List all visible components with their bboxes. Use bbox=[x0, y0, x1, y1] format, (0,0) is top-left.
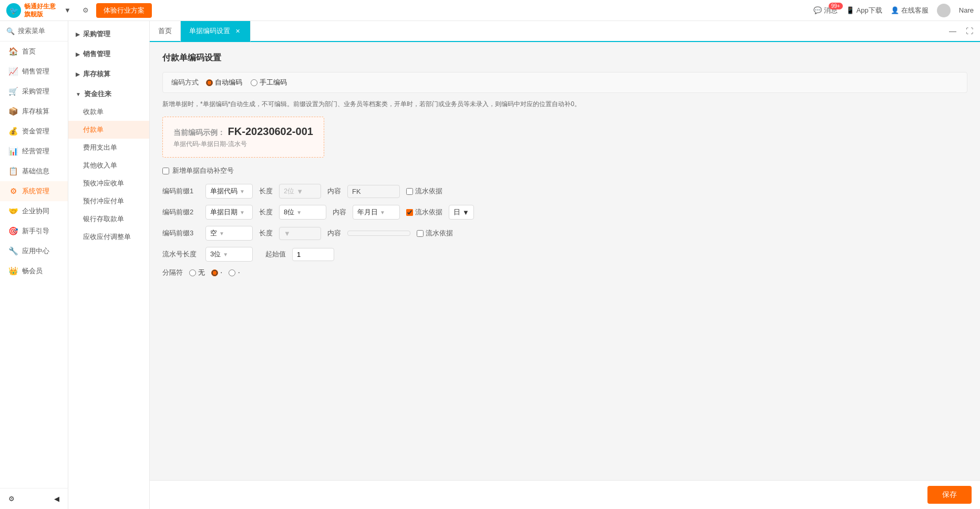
prefix3-stream-check[interactable] bbox=[417, 230, 424, 237]
prefix1-value: 单据代码 bbox=[210, 186, 238, 196]
tab-minimize-btn[interactable]: — bbox=[946, 25, 959, 37]
sidebar-item-member[interactable]: 👑 畅会员 bbox=[0, 261, 68, 281]
purchase-icon: 🛒 bbox=[8, 87, 18, 96]
tab-maximize-btn[interactable]: ⛶ bbox=[963, 25, 976, 37]
prefix2-content-select[interactable]: 年月日 ▼ bbox=[353, 205, 400, 220]
separator-row: 分隔符 无 · · bbox=[162, 268, 967, 277]
sidebar-item-operations[interactable]: 📊 经营管理 bbox=[0, 141, 68, 161]
sidebar-item-guide[interactable]: 🎯 新手引导 bbox=[0, 221, 68, 241]
sidebar-item-purchase[interactable]: 🛒 采购管理 bbox=[0, 81, 68, 101]
sidebar-label-purchase: 采购管理 bbox=[22, 87, 49, 96]
prefix1-stream-checkbox: 流水依据 bbox=[406, 186, 442, 196]
sub-item-other-income-label: 其他收入单 bbox=[83, 161, 117, 169]
sales-icon: 📈 bbox=[8, 67, 18, 76]
prefix2-content-value: 年月日 bbox=[357, 207, 378, 217]
sidebar-item-basic[interactable]: 📋 基础信息 bbox=[0, 161, 68, 181]
logo-text: 畅通好生意 旗舰版 bbox=[24, 3, 56, 18]
manual-encoding-label: 手工编码 bbox=[260, 78, 287, 87]
auto-encoding-label: 自动编码 bbox=[215, 78, 242, 87]
prefix2-content-label: 内容 bbox=[333, 207, 346, 217]
auto-complete-checkbox[interactable] bbox=[162, 168, 169, 174]
sub-item-expense[interactable]: 费用支出单 bbox=[68, 139, 149, 157]
prefix2-stream-check[interactable] bbox=[406, 209, 413, 216]
layout: 🔍 搜索菜单 🏠 首页 📈 销售管理 🛒 采购管理 📦 库存核算 💰 bbox=[0, 0, 980, 509]
app-logo: 🐦 畅通好生意 旗舰版 bbox=[6, 3, 56, 18]
prefix2-day-select[interactable]: 日 ▼ bbox=[449, 205, 474, 220]
sub-group-inventory-header[interactable]: ▶ 库存核算 bbox=[68, 65, 149, 83]
home-icon: 🏠 bbox=[8, 47, 18, 56]
inventory-icon: 📦 bbox=[8, 107, 18, 116]
sub-group-capital-header[interactable]: ▼ 资金往来 bbox=[68, 85, 149, 103]
sub-item-advance-payment[interactable]: 预付冲应付单 bbox=[68, 192, 149, 210]
sidebar-item-home[interactable]: 🏠 首页 bbox=[0, 41, 68, 61]
separator-none-option[interactable]: 无 bbox=[189, 268, 205, 277]
sub-item-receipt[interactable]: 收款单 bbox=[68, 103, 149, 121]
settings-section: 编码前缀1 单据代码 ▼ 长度 2位 ▼ 内容 FK bbox=[162, 184, 967, 277]
sub-item-advance-receipt[interactable]: 预收冲应收单 bbox=[68, 174, 149, 192]
prefix1-label: 编码前缀1 bbox=[162, 186, 199, 196]
sub-item-other-income[interactable]: 其他收入单 bbox=[68, 157, 149, 174]
sub-item-advance-receipt-label: 预收冲应收单 bbox=[83, 179, 124, 187]
sidebar-item-sales[interactable]: 📈 销售管理 bbox=[0, 61, 68, 81]
sub-item-bank-deposit[interactable]: 银行存取款单 bbox=[68, 210, 149, 228]
prefix1-stream-check[interactable] bbox=[406, 188, 413, 195]
separator-none-radio[interactable] bbox=[189, 269, 196, 276]
sidebar-item-system[interactable]: ⚙ 系统管理 bbox=[0, 181, 68, 201]
chevron-right-icon: ▶ bbox=[76, 32, 80, 37]
dropdown-icon: ▼ bbox=[64, 6, 71, 14]
separator-dot-radio[interactable] bbox=[229, 269, 235, 276]
tab-encoding[interactable]: 单据编码设置 ✕ bbox=[181, 21, 251, 41]
sidebar-item-partner[interactable]: 🤝 企业协同 bbox=[0, 201, 68, 221]
footer-collapse-icon[interactable]: ◀ bbox=[54, 495, 59, 503]
manual-encoding-option[interactable]: 手工编码 bbox=[251, 78, 287, 87]
main-content: 首页 单据编码设置 ✕ — ⛶ 付款单编码设置 编码方式 自动编码 bbox=[150, 21, 980, 509]
prefix2-length-label: 长度 bbox=[259, 207, 273, 217]
sub-sidebar: ▶ 采购管理 ▶ 销售管理 ▶ 库存核算 ▼ 资金往来 收款单 bbox=[68, 21, 150, 509]
separator-none-label: 无 bbox=[198, 268, 205, 277]
prefix2-length-control[interactable]: 8位 ▼ bbox=[279, 205, 326, 220]
search-icon: 🔍 bbox=[6, 27, 15, 35]
manual-encoding-radio[interactable] bbox=[251, 79, 257, 86]
prefix3-select[interactable]: 空 ▼ bbox=[205, 226, 253, 241]
sidebar-item-inventory[interactable]: 📦 库存核算 bbox=[0, 101, 68, 121]
tab-close-icon[interactable]: ✕ bbox=[233, 27, 242, 35]
serial-length-select[interactable]: 3位 ▼ bbox=[205, 247, 253, 262]
sidebar-item-finance[interactable]: 💰 资金管理 bbox=[0, 121, 68, 141]
chevron-right-icon2: ▶ bbox=[76, 71, 80, 77]
sidebar-search[interactable]: 🔍 搜索菜单 bbox=[0, 21, 68, 41]
prefix3-length-arrow: ▼ bbox=[284, 230, 291, 237]
auto-encoding-radio[interactable] bbox=[206, 79, 213, 86]
sub-group-sales-header[interactable]: ▶ 销售管理 bbox=[68, 45, 149, 63]
user-avatar[interactable] bbox=[937, 4, 951, 17]
prefix2-length-value: 8位 bbox=[284, 207, 294, 217]
prefix2-label: 编码前缀2 bbox=[162, 207, 199, 217]
sub-group-purchase-header[interactable]: ▶ 采购管理 bbox=[68, 25, 149, 43]
tab-home[interactable]: 首页 bbox=[150, 21, 181, 41]
trial-button[interactable]: 体验行业方案 bbox=[96, 3, 152, 18]
prefix2-select[interactable]: 单据日期 ▼ bbox=[205, 205, 253, 220]
separator-dot-option[interactable]: · bbox=[229, 268, 240, 277]
finance-icon: 💰 bbox=[8, 127, 18, 136]
separator-dash-option[interactable]: · bbox=[211, 268, 222, 277]
sidebar-item-appstore[interactable]: 🔧 应用中心 bbox=[0, 241, 68, 261]
sub-item-payable-adjust[interactable]: 应收应付调整单 bbox=[68, 228, 149, 246]
top-bar: 🐦 畅通好生意 旗舰版 ▼ ⚙ 体验行业方案 💬 消息 99+ 📱 App下载 … bbox=[0, 0, 980, 21]
message-item[interactable]: 💬 消息 99+ bbox=[813, 6, 838, 15]
separator-dash-radio[interactable] bbox=[211, 269, 218, 276]
nav-dropdown[interactable]: ▼ bbox=[60, 4, 75, 16]
auto-encoding-option[interactable]: 自动编码 bbox=[206, 78, 242, 87]
app-download-label: App下载 bbox=[857, 6, 882, 15]
save-button[interactable]: 保存 bbox=[927, 486, 972, 504]
top-settings-icon[interactable]: ⚙ bbox=[78, 3, 93, 18]
prefix1-length-arrow: ▼ bbox=[296, 188, 303, 195]
online-service-item[interactable]: 👤 在线客服 bbox=[891, 6, 929, 15]
prefix1-length-control: 2位 ▼ bbox=[279, 184, 321, 199]
serial-start-input[interactable] bbox=[292, 248, 334, 261]
chevron-down-icon: ▼ bbox=[76, 91, 81, 97]
top-bar-left: 🐦 畅通好生意 旗舰版 ▼ ⚙ 体验行业方案 bbox=[6, 3, 152, 18]
footer-settings-icon[interactable]: ⚙ bbox=[8, 495, 15, 503]
app-download-item[interactable]: 📱 App下载 bbox=[846, 6, 882, 15]
system-icon: ⚙ bbox=[8, 186, 18, 196]
sub-item-payment[interactable]: 付款单 bbox=[68, 121, 149, 139]
prefix1-select[interactable]: 单据代码 ▼ bbox=[205, 184, 253, 199]
